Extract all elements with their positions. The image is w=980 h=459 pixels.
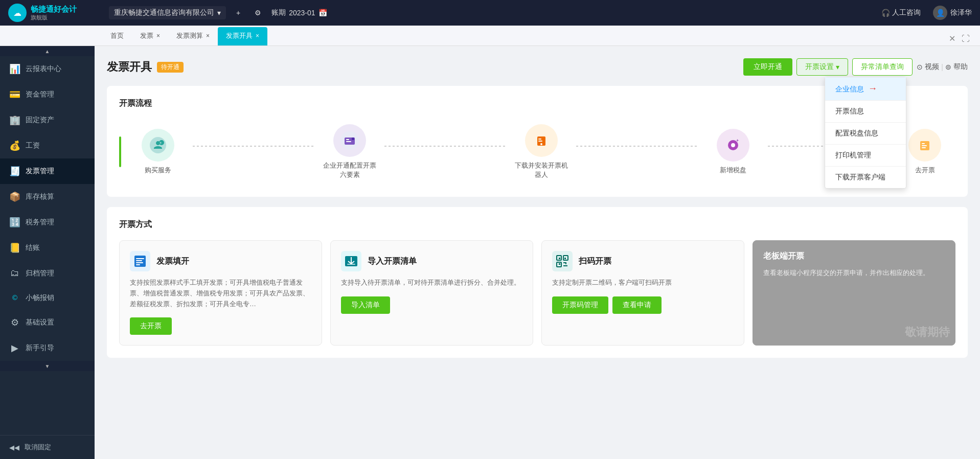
sidebar-item-cancel-pin[interactable]: ◀◀ 取消固定 — [0, 435, 95, 459]
archive-icon: 🗂 — [9, 268, 20, 279]
sidebar-label: 结账 — [26, 243, 40, 253]
sidebar-label: 税务管理 — [26, 218, 54, 227]
flow-step-download: 下载并安装开票机器人 — [511, 124, 572, 179]
close-tab-button[interactable]: ✕ — [947, 32, 958, 45]
svg-rect-10 — [538, 139, 541, 140]
flow-step-buy: + 购买服务 — [119, 129, 189, 175]
header-actions: 🎧 人工咨询 👤 徐泽华 — [877, 6, 972, 20]
sidebar-item-zijin[interactable]: 💳 资金管理 — [0, 82, 95, 107]
settings-icon: ⚙ — [9, 317, 20, 328]
sidebar-scroll-up[interactable]: ▲ — [0, 46, 95, 56]
flow-label: 下载并安装开票机器人 — [513, 161, 569, 179]
method-desc: 支持定制开票二维码，客户端可扫码开票 — [552, 278, 734, 288]
page-title: 发票开具 — [107, 59, 152, 75]
sidebar-scroll-down[interactable]: ▼ — [0, 361, 95, 371]
dropdown-item-dayin[interactable]: 打印机管理 — [825, 145, 906, 167]
sidebar-label: 库存核算 — [26, 192, 54, 201]
logo-area: ☁ 畅捷通好会计 旗舰版 — [8, 4, 103, 22]
tab-invoice-calc[interactable]: 发票测算 × — [168, 27, 218, 45]
receipt-icon: 🧾 — [9, 166, 20, 177]
svg-rect-19 — [922, 143, 925, 144]
add-tab-button[interactable]: + — [232, 7, 244, 19]
sidebar-item-jichu[interactable]: ⚙ 基础设置 — [0, 310, 95, 335]
import-list-button[interactable]: 导入清单 — [341, 296, 390, 314]
svg-point-12 — [540, 143, 542, 145]
sidebar-item-yunbao[interactable]: 📊 云报表中心 — [0, 56, 95, 82]
tab-invoice[interactable]: 发票 × — [132, 27, 168, 45]
flow-connector-2 — [380, 146, 511, 147]
svg-rect-34 — [559, 263, 560, 265]
content-area: 发票开具 待开通 立即开通 开票设置 ▾ 异常清单查询 ⊙ 视频 | ⊚ 帮助 — [95, 46, 980, 459]
dropdown-item-kaipiao[interactable]: 开票信息 — [825, 101, 906, 123]
taxdisk-icon: + — [717, 129, 749, 162]
method-title: 导入开票清单 — [368, 256, 417, 267]
svg-rect-35 — [563, 262, 565, 263]
scan-icon — [552, 251, 573, 271]
expand-button[interactable]: ⛶ — [960, 32, 972, 45]
sidebar-label: 工资 — [26, 141, 40, 150]
sidebar-item-jiezhang[interactable]: 📒 结账 — [0, 235, 95, 261]
play-circle-icon: ⊙ — [917, 63, 923, 71]
svg-rect-33 — [564, 258, 566, 259]
fill-invoice-button[interactable]: 去开票 — [130, 317, 172, 335]
user-area[interactable]: 👤 徐泽华 — [933, 6, 972, 20]
abnormal-list-button[interactable]: 异常清单查询 — [852, 58, 913, 76]
sidebar-item-fapiao[interactable]: 🧾 发票管理 — [0, 158, 95, 184]
method-card-import: 导入开票清单 支持导入待开票清单，可对待开票清单进行拆分、合并处理。 导入清单 — [330, 240, 533, 346]
page-actions: 立即开通 开票设置 ▾ 异常清单查询 ⊙ 视频 | ⊚ 帮助 企业信息 — [743, 58, 968, 76]
flow-connector-3 — [572, 146, 702, 147]
tab-bar: 首页 发票 × 发票测算 × 发票开具 × ✕ ⛶ — [0, 26, 980, 46]
settings-button[interactable]: ⚙ — [250, 7, 265, 19]
svg-text:+: + — [159, 141, 162, 145]
overlay-text: 敬请期待 — [905, 325, 950, 340]
method-title: 扫码开票 — [579, 256, 611, 267]
sidebar-item-xiaochang[interactable]: © 小畅报销 — [0, 286, 95, 310]
dropdown-item-xiazai[interactable]: 下载开票客户端 — [825, 167, 906, 188]
flow-label: 企业开通配置开票六要素 — [322, 161, 378, 179]
svg-point-15 — [731, 143, 735, 147]
gear-icon: ⚙ — [255, 9, 261, 17]
sidebar-label: 取消固定 — [25, 443, 51, 452]
sidebar: ▲ 📊 云报表中心 💳 资金管理 🏢 固定资产 💰 工资 🧾 发票管理 📦 库存… — [0, 46, 95, 459]
method-title: 老板端开票 — [763, 251, 804, 262]
fill-invoice-icon — [130, 251, 150, 271]
tab-home[interactable]: 首页 — [102, 27, 132, 45]
consult-button[interactable]: 🎧 人工咨询 — [877, 6, 925, 19]
svg-rect-28 — [347, 264, 355, 265]
settings-dropdown-button[interactable]: 开票设置 ▾ — [796, 58, 848, 76]
settings-dropdown-menu: 企业信息 → 开票信息 配置税盘信息 打印机管理 下载开票客户端 — [825, 77, 906, 189]
buy-service-icon: + — [142, 129, 174, 162]
chart-icon: 📊 — [9, 63, 20, 75]
play-icon: ▶ — [9, 342, 20, 354]
svg-rect-37 — [563, 265, 567, 266]
tab-close-icon[interactable]: × — [206, 32, 210, 39]
dropdown-item-peizhi[interactable]: 配置税盘信息 — [825, 123, 906, 145]
sidebar-item-gongzi[interactable]: 💰 工资 — [0, 133, 95, 158]
method-card-scan: 扫码开票 支持定制开票二维码，客户端可扫码开票 开票码管理 查看申请 — [541, 240, 744, 346]
qrcode-manage-button[interactable]: 开票码管理 — [552, 296, 608, 314]
sidebar-item-guding[interactable]: 🏢 固定资产 — [0, 107, 95, 133]
video-button[interactable]: ⊙ 视频 | ⊚ 帮助 — [917, 62, 968, 72]
method-title: 发票填开 — [156, 256, 189, 267]
tab-close-icon[interactable]: × — [256, 32, 259, 39]
sidebar-item-guidang[interactable]: 🗂 归档管理 — [0, 261, 95, 286]
chevron-down-icon: ▾ — [217, 9, 221, 17]
method-section-title: 开票方式 — [119, 219, 955, 230]
company-selector[interactable]: 重庆畅捷交通信息咨询有限公司 ▾ — [109, 6, 226, 19]
tab-bar-controls: ✕ ⛶ — [947, 32, 972, 45]
logo-icon: ☁ — [8, 4, 27, 22]
page-header: 发票开具 待开通 立即开通 开票设置 ▾ 异常清单查询 ⊙ 视频 | ⊚ 帮助 — [107, 58, 968, 76]
page-title-row: 发票开具 待开通 — [107, 59, 184, 75]
sidebar-item-shuiwu[interactable]: 🔢 税务管理 — [0, 210, 95, 235]
dropdown-item-qiye[interactable]: 企业信息 → — [825, 77, 906, 101]
activate-button[interactable]: 立即开通 — [743, 58, 792, 76]
view-apply-button[interactable]: 查看申请 — [612, 296, 662, 314]
flow-connector-1 — [189, 146, 319, 147]
flow-label: 购买服务 — [145, 166, 171, 175]
logo-text: 畅捷通好会计 — [31, 5, 77, 14]
sidebar-item-xinshou[interactable]: ▶ 新手引导 — [0, 335, 95, 361]
tab-invoice-issue[interactable]: 发票开具 × — [218, 27, 267, 45]
method-card-boss: 老板端开票 查看老板端小程序提交的开票申请，并作出相应的处理。 敬请期待 — [753, 240, 955, 346]
sidebar-item-kucun[interactable]: 📦 库存核算 — [0, 184, 95, 210]
tab-close-icon[interactable]: × — [156, 32, 160, 39]
